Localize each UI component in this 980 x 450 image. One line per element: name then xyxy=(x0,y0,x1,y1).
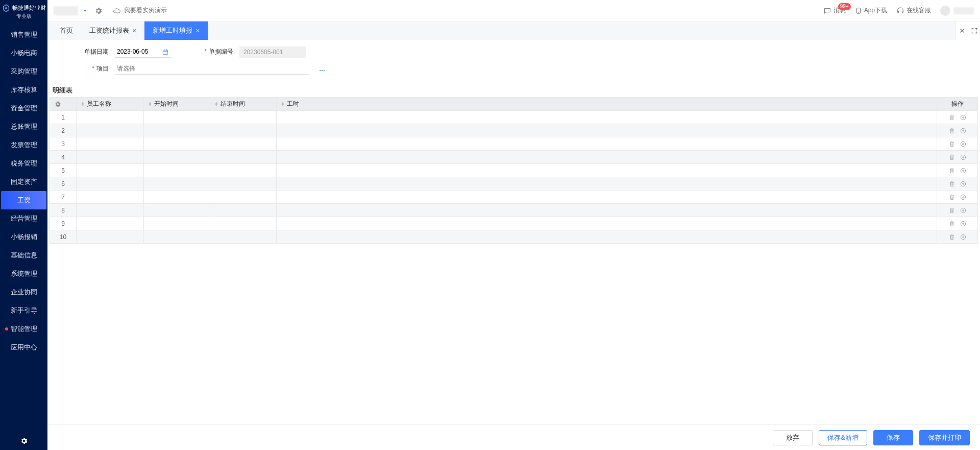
org-settings-button[interactable] xyxy=(94,7,103,15)
row-delete-button[interactable] xyxy=(948,154,955,161)
cell-start[interactable] xyxy=(144,217,210,230)
save-print-button[interactable]: 保存并打印 xyxy=(919,430,970,445)
save-new-button[interactable]: 保存&新增 xyxy=(819,430,867,445)
cell-hours[interactable] xyxy=(277,151,937,164)
row-delete-button[interactable] xyxy=(948,167,955,174)
row-add-button[interactable] xyxy=(960,114,967,121)
sidebar-item-13[interactable]: 系统管理 xyxy=(0,265,47,283)
tab-2[interactable]: 新增工时填报× xyxy=(144,21,208,40)
sidebar-item-16[interactable]: 智能管理 xyxy=(0,320,47,338)
sidebar-settings-button[interactable] xyxy=(0,432,47,450)
online-service-button[interactable]: 在线客服 xyxy=(896,6,931,15)
cell-start[interactable] xyxy=(144,191,210,204)
cell-end[interactable] xyxy=(210,151,277,164)
cell-employee[interactable] xyxy=(77,204,144,217)
user-avatar[interactable] xyxy=(940,6,974,16)
cell-hours[interactable] xyxy=(277,191,937,204)
col-start[interactable]: ▲▼开始时间 xyxy=(144,98,210,111)
sidebar-item-0[interactable]: 销售管理 xyxy=(0,26,47,44)
row-add-button[interactable] xyxy=(960,127,967,134)
cell-start[interactable] xyxy=(144,137,210,151)
cell-employee[interactable] xyxy=(77,191,144,204)
row-delete-button[interactable] xyxy=(948,220,955,227)
sidebar-item-11[interactable]: 小畅报销 xyxy=(0,228,47,246)
cell-end[interactable] xyxy=(210,230,277,244)
row-add-button[interactable] xyxy=(960,194,967,201)
cell-employee[interactable] xyxy=(77,124,144,137)
row-add-button[interactable] xyxy=(960,207,967,214)
sidebar-item-7[interactable]: 税务管理 xyxy=(0,154,47,173)
cell-employee[interactable] xyxy=(77,111,144,124)
sidebar-item-1[interactable]: 小畅电商 xyxy=(0,44,47,62)
cell-start[interactable] xyxy=(144,164,210,177)
col-end[interactable]: ▲▼结束时间 xyxy=(210,98,277,111)
sidebar-item-15[interactable]: 新手引导 xyxy=(0,301,47,320)
cell-hours[interactable] xyxy=(277,111,937,124)
row-add-button[interactable] xyxy=(960,220,967,227)
sidebar-item-6[interactable]: 发票管理 xyxy=(0,136,47,154)
messages-button[interactable]: 消息 99+ xyxy=(823,6,846,15)
column-settings-button[interactable] xyxy=(50,98,77,111)
app-download-button[interactable]: App下载 xyxy=(855,6,887,15)
project-input[interactable] xyxy=(115,63,309,75)
row-add-button[interactable] xyxy=(960,140,967,148)
tab-0[interactable]: 首页 xyxy=(52,21,81,40)
cell-hours[interactable] xyxy=(277,204,937,217)
cell-end[interactable] xyxy=(210,191,277,204)
cell-start[interactable] xyxy=(144,230,210,244)
tab-close-all-button[interactable] xyxy=(955,21,968,40)
cell-start[interactable] xyxy=(144,111,210,124)
cell-employee[interactable] xyxy=(77,164,144,177)
cell-hours[interactable] xyxy=(277,177,937,191)
cell-hours[interactable] xyxy=(277,230,937,244)
cell-employee[interactable] xyxy=(77,230,144,244)
row-delete-button[interactable] xyxy=(948,194,955,201)
sidebar-item-10[interactable]: 经营管理 xyxy=(0,209,47,228)
tab-close-icon[interactable]: × xyxy=(132,27,136,35)
cell-employee[interactable] xyxy=(77,137,144,151)
cell-hours[interactable] xyxy=(277,217,937,230)
cell-start[interactable] xyxy=(144,177,210,191)
cell-end[interactable] xyxy=(210,124,277,137)
cell-end[interactable] xyxy=(210,164,277,177)
row-delete-button[interactable] xyxy=(948,180,955,187)
sidebar-item-2[interactable]: 采购管理 xyxy=(0,62,47,81)
cell-hours[interactable] xyxy=(277,124,937,137)
cell-start[interactable] xyxy=(144,124,210,137)
cell-employee[interactable] xyxy=(77,177,144,191)
row-add-button[interactable] xyxy=(960,233,967,241)
row-add-button[interactable] xyxy=(960,167,967,174)
cell-start[interactable] xyxy=(144,151,210,164)
fullscreen-button[interactable] xyxy=(968,21,980,40)
project-more-button[interactable]: … xyxy=(319,65,326,73)
tab-1[interactable]: 工资统计报表× xyxy=(81,21,144,40)
row-delete-button[interactable] xyxy=(948,140,955,148)
calendar-icon[interactable] xyxy=(162,49,169,56)
discard-button[interactable]: 放弃 xyxy=(773,430,813,445)
sidebar-item-8[interactable]: 固定资产 xyxy=(0,173,47,191)
sidebar-item-12[interactable]: 基础信息 xyxy=(0,246,47,265)
cell-hours[interactable] xyxy=(277,137,937,151)
row-delete-button[interactable] xyxy=(948,127,955,134)
sidebar-item-17[interactable]: 应用中心 xyxy=(0,338,47,357)
sidebar-item-9[interactable]: 工资 xyxy=(1,191,46,209)
row-delete-button[interactable] xyxy=(948,233,955,241)
sidebar-item-3[interactable]: 库存核算 xyxy=(0,81,47,99)
tab-close-icon[interactable]: × xyxy=(195,27,200,35)
col-hours[interactable]: ▲▼工时 xyxy=(277,98,937,111)
cell-end[interactable] xyxy=(210,137,277,151)
cell-end[interactable] xyxy=(210,217,277,230)
cell-end[interactable] xyxy=(210,111,277,124)
row-add-button[interactable] xyxy=(960,154,967,161)
cell-start[interactable] xyxy=(144,204,210,217)
cell-employee[interactable] xyxy=(77,151,144,164)
save-button[interactable]: 保存 xyxy=(873,430,913,445)
sidebar-item-14[interactable]: 企业协同 xyxy=(0,283,47,301)
cell-hours[interactable] xyxy=(277,164,937,177)
row-delete-button[interactable] xyxy=(948,114,955,121)
sidebar-item-5[interactable]: 总账管理 xyxy=(0,117,47,136)
row-delete-button[interactable] xyxy=(948,207,955,214)
row-add-button[interactable] xyxy=(960,180,967,187)
cell-end[interactable] xyxy=(210,204,277,217)
cell-end[interactable] xyxy=(210,177,277,191)
